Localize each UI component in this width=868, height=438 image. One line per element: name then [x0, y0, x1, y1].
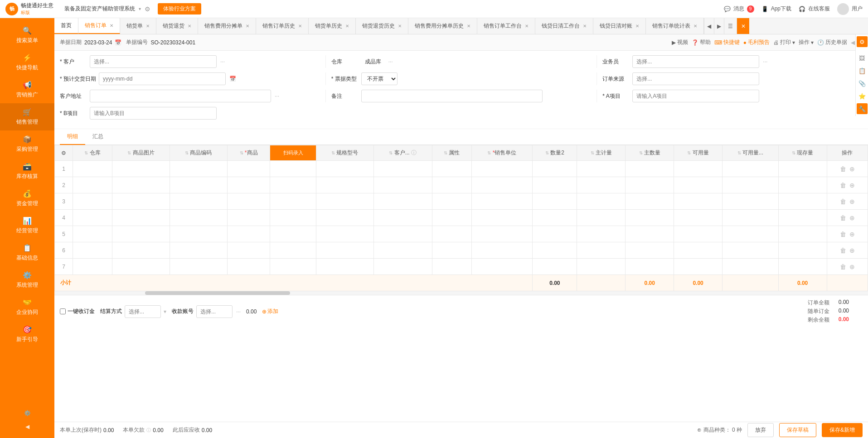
payment-dropdown-icon[interactable]: ▾ [164, 308, 166, 315]
tab-close-fee-split[interactable]: ✕ [246, 24, 249, 29]
tab-fee-split-history[interactable]: 销售费用分摊单历史 ✕ [408, 18, 477, 34]
right-float-clipboard-btn[interactable]: 📋 [857, 65, 868, 76]
col-main-unit[interactable]: ⇅ 主计量 [577, 145, 626, 161]
horizontal-scrollbar[interactable] [54, 291, 868, 295]
gear-icon[interactable]: ⚙ [145, 5, 150, 13]
order-source-input[interactable] [632, 72, 759, 85]
tab-close-refund-history[interactable]: ✕ [398, 24, 402, 29]
sidebar-item-newguide[interactable]: 🎯 新手引导 [0, 321, 54, 348]
history-btn[interactable]: 🕐 历史单据 [817, 39, 847, 46]
row-copy-btn-4[interactable]: ⊕ [849, 214, 855, 221]
col-warehouse[interactable]: ⇅ 仓库 [73, 145, 112, 161]
one-click-checkbox[interactable] [60, 308, 66, 314]
tab-close-fee-history[interactable]: ✕ [467, 24, 470, 29]
sidebar-item-inventory[interactable]: 🗃️ 库存核算 [0, 158, 54, 185]
sidebar-item-enterprise[interactable]: 🤝 企业协同 [0, 294, 54, 321]
messages-btn[interactable]: 💬 消息 9 [724, 5, 754, 13]
tab-sales-return[interactable]: 销货单 ✕ [120, 18, 156, 34]
sidebar-item-operation[interactable]: 📊 经营管理 [0, 212, 54, 239]
save-new-btn[interactable]: 保存&新增 [822, 423, 863, 437]
row-delete-btn-1[interactable]: 🗑 [840, 165, 846, 173]
tab-daily-reconcile2[interactable]: 钱贷日清对账 ✕ [593, 18, 646, 34]
right-float-link-btn[interactable]: 📎 [857, 78, 868, 89]
col-customer-ref[interactable]: ⇅ 客户... ⓘ [373, 145, 432, 161]
tab-list-btn[interactable]: ☰ [724, 18, 737, 34]
row-copy-btn-7[interactable]: ⊕ [849, 263, 855, 270]
col-image[interactable]: ⇅ 商品图片 [112, 145, 170, 161]
row-copy-btn-5[interactable]: ⊕ [849, 231, 855, 238]
col-attribute[interactable]: ⇅ 属性 [432, 145, 471, 161]
row-delete-btn-3[interactable]: 🗑 [840, 198, 846, 205]
sidebar-item-sales[interactable]: 🛒 销售管理 [0, 103, 54, 130]
col-available2[interactable]: ⇅ 可用量... [723, 145, 779, 161]
col-settings[interactable]: ⚙ [55, 145, 73, 161]
row-delete-btn-7[interactable]: 🗑 [840, 263, 846, 270]
action-btn[interactable]: 操作 ▾ [799, 39, 814, 46]
tab-close-refund[interactable]: ✕ [188, 24, 191, 29]
tab-close-stats[interactable]: ✕ [693, 24, 697, 29]
view-btn[interactable]: ▶ 视频 [672, 39, 688, 46]
online-service-btn[interactable]: 🎧 在线客服 [799, 5, 830, 13]
dropdown-arrow-icon[interactable]: ▾ [139, 6, 141, 11]
col-product[interactable]: ⇅ *商品 [227, 145, 270, 161]
sidebar-settings-btn[interactable]: ⚙️ [0, 406, 54, 420]
address-dots-btn[interactable]: ··· [275, 93, 279, 99]
account-dots-btn[interactable]: ··· [236, 308, 241, 315]
col-available[interactable]: ⇅ 可用量 [674, 145, 723, 161]
tab-return-history[interactable]: 销货单历史 ✕ [309, 18, 356, 34]
detail-tab-summary[interactable]: 汇总 [85, 129, 111, 145]
row-delete-btn-4[interactable]: 🗑 [840, 214, 846, 221]
payment-method-input[interactable] [125, 305, 161, 318]
tab-close-order-history[interactable]: ✕ [298, 24, 302, 29]
tab-fee-split[interactable]: 销售费用分摊单 ✕ [198, 18, 256, 34]
tab-close-workbench[interactable]: ✕ [525, 24, 529, 29]
scrollbar-thumb[interactable] [145, 291, 290, 295]
tab-daily-reconcile[interactable]: 钱贷日清工作台 ✕ [535, 18, 593, 34]
tab-sales-refund[interactable]: 销货退货 ✕ [156, 18, 198, 34]
right-float-settings-btn[interactable]: 🔧 [857, 103, 868, 114]
right-float-image-btn[interactable]: 🖼 [857, 53, 868, 63]
salesperson-input[interactable] [632, 55, 759, 68]
app-download-btn[interactable]: 📱 App下载 [761, 5, 791, 13]
shortcut-btn[interactable]: ⌨ 快捷键 [714, 39, 740, 46]
tab-close-return-history[interactable]: ✕ [345, 24, 349, 29]
row-delete-btn-6[interactable]: 🗑 [840, 247, 846, 254]
row-delete-btn-5[interactable]: 🗑 [840, 231, 846, 238]
salesperson-dots-btn[interactable]: ··· [763, 58, 767, 65]
tab-close-all-btn[interactable]: ✕ [737, 18, 749, 34]
a-project-input[interactable] [632, 90, 759, 102]
col-stock[interactable]: ⇅ 现存量 [778, 145, 827, 161]
tab-close-daily2[interactable]: ✕ [635, 24, 639, 29]
user-btn[interactable]: 用户 [837, 3, 863, 15]
detail-tab-detail[interactable]: 明细 [60, 129, 85, 145]
profit-btn[interactable]: ● 毛利预告 [743, 39, 770, 46]
tab-close-daily[interactable]: ✕ [583, 24, 587, 29]
col-spec[interactable]: ⇅ 规格型号 [316, 145, 373, 161]
tab-close-sales-return[interactable]: ✕ [146, 24, 150, 29]
discard-btn[interactable]: 放弃 [747, 423, 774, 437]
sidebar-item-purchase[interactable]: 📦 采购管理 [0, 130, 54, 158]
col-qty2[interactable]: ⇅ 数量2 [533, 145, 577, 161]
col-scan[interactable]: 扫码录入 [270, 145, 316, 161]
tab-sales-stats[interactable]: 销售订单统计表 ✕ [646, 18, 704, 34]
customer-input[interactable] [90, 55, 217, 68]
row-copy-btn-2[interactable]: ⊕ [849, 182, 855, 189]
customer-dots-btn[interactable]: ··· [220, 58, 225, 65]
row-copy-btn-6[interactable]: ⊕ [849, 247, 855, 254]
tab-close-sales-order[interactable]: ✕ [110, 23, 113, 28]
sidebar-collapse-btn[interactable]: ◀ [0, 420, 54, 433]
row-copy-btn-3[interactable]: ⊕ [849, 198, 855, 205]
sidebar-item-search[interactable]: 🔍 搜索菜单 [0, 22, 54, 49]
tab-sales-order[interactable]: 销售订单 ✕ [78, 18, 120, 34]
sidebar-item-basic[interactable]: 📋 基础信息 [0, 239, 54, 266]
sidebar-item-finance[interactable]: 💰 资金管理 [0, 185, 54, 212]
print-btn[interactable]: 🖨 打印 ▾ [773, 39, 795, 46]
save-draft-btn[interactable]: 保存草稿 [779, 423, 816, 437]
delivery-input[interactable] [99, 72, 226, 85]
col-unit[interactable]: ⇅ *销售单位 [471, 145, 533, 161]
b-project-input[interactable] [90, 107, 217, 120]
tab-prev-btn[interactable]: ◀ [704, 18, 714, 34]
tab-home[interactable]: 首页 [54, 18, 78, 34]
industry-btn[interactable]: 体验行业方案 [158, 3, 201, 14]
account-input[interactable] [196, 305, 233, 318]
